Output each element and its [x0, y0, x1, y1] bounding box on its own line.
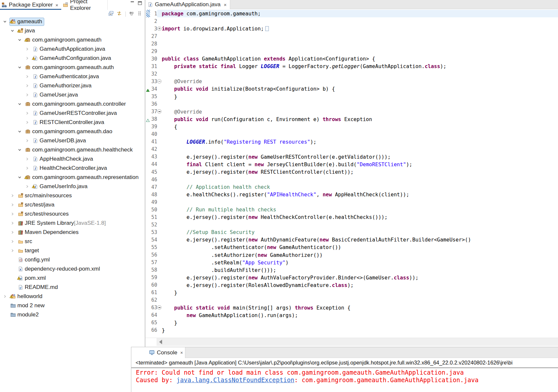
chevron-collapsed-icon[interactable] — [25, 184, 32, 189]
tab-project-explorer[interactable]: Project Explorer — [62, 0, 108, 10]
code-line-63[interactable]: 63 public static void main(String[] args… — [145, 304, 558, 312]
code-line-39[interactable]: 39 { — [145, 123, 558, 131]
code-line-31[interactable]: 31 private static final Logger LOGGER = … — [145, 62, 558, 70]
tree-item-maven-dependencies[interactable]: Maven Dependencies — [0, 228, 145, 237]
code-editor[interactable]: 1package com.gamingroom.gameauth;23impor… — [145, 9, 558, 338]
tab-package-explorer[interactable]: Package Explorer × — [0, 0, 61, 10]
maximize-icon[interactable] — [138, 1, 142, 7]
horizontal-scrollbar[interactable] — [145, 338, 558, 346]
chevron-collapsed-icon[interactable] — [25, 138, 32, 143]
chevron-expanded-icon[interactable] — [17, 38, 25, 42]
code-line-33[interactable]: 33 @Override — [145, 78, 558, 85]
code-line-50[interactable]: 50 // Run multiple health checks — [145, 206, 558, 213]
code-line-28[interactable]: 28 — [145, 40, 558, 47]
tree-item-healthcheckcontroller-java[interactable]: JHealthCheckController.java — [0, 164, 145, 173]
chevron-collapsed-icon[interactable] — [25, 83, 32, 88]
tree-item-helloworld[interactable]: JMhelloworld — [0, 292, 145, 301]
chevron-collapsed-icon[interactable] — [25, 56, 32, 61]
close-icon[interactable]: × — [55, 2, 58, 8]
tree-item-pom-xml[interactable]: Mpom.xml — [0, 274, 145, 283]
tree-item-com-gamingroom-gameauth-dao[interactable]: com.gamingroom.gameauth.dao — [0, 127, 145, 136]
tree-item-gameauthenticator-java[interactable]: JGameAuthenticator.java — [0, 72, 145, 81]
chevron-collapsed-icon[interactable] — [10, 203, 17, 207]
chevron-collapsed-icon[interactable] — [3, 294, 10, 299]
tree-item-com-gamingroom-gameauth-healthcheck[interactable]: com.gamingroom.gameauth.healthcheck — [0, 145, 145, 154]
tree-item-gameuser-java[interactable]: JGameUser.java — [0, 90, 145, 99]
tab-gameauthapplication[interactable]: J GameAuthApplication.java × — [145, 0, 230, 9]
tree-item-gameuserinfo-java[interactable]: JGameUserInfo.java — [0, 182, 145, 191]
chevron-collapsed-icon[interactable] — [25, 157, 32, 161]
chevron-collapsed-icon[interactable] — [10, 230, 17, 235]
tree-item-com-gamingroom-gameauth-auth[interactable]: com.gamingroom.gameauth.auth — [0, 63, 145, 72]
code-line-29[interactable]: 29 — [145, 47, 558, 55]
code-line-49[interactable]: 49 — [145, 198, 558, 206]
link-with-editor-icon[interactable] — [116, 11, 122, 17]
chevron-expanded-icon[interactable] — [10, 28, 17, 33]
code-line-51[interactable]: 51 e.jersey().register(new HealthCheckCo… — [145, 213, 558, 221]
code-line-65[interactable]: 65 } — [145, 319, 558, 327]
code-line-34[interactable]: 34 public void initialize(Bootstrap<Conf… — [145, 85, 558, 93]
tree-item-dependency-reduced-pom-xml[interactable]: Xdependency-reduced-pom.xml — [0, 264, 145, 274]
chevron-collapsed-icon[interactable] — [10, 221, 17, 225]
focus-icon[interactable] — [129, 11, 134, 17]
chevron-collapsed-icon[interactable] — [10, 212, 17, 216]
tree-item-apphealthcheck-java[interactable]: JAppHealthCheck.java — [0, 154, 145, 164]
tree-item-jre-system-library[interactable]: JRE System Library [JavaSE-1.8] — [0, 219, 145, 228]
chevron-expanded-icon[interactable] — [17, 148, 25, 152]
chevron-collapsed-icon[interactable] — [25, 93, 32, 97]
code-line-58[interactable]: 58 .buildAuthFilter())); — [145, 266, 558, 274]
tree-item-target[interactable]: target — [0, 246, 145, 255]
code-line-40[interactable]: 40 — [145, 131, 558, 138]
tree-item-gameuserdb-java[interactable]: JGameUserDB.java — [0, 136, 145, 145]
chevron-collapsed-icon[interactable] — [25, 166, 32, 170]
chevron-collapsed-icon[interactable] — [25, 111, 32, 116]
code-line-48[interactable]: 48 e.healthChecks().register("APIHealthC… — [145, 191, 558, 198]
chevron-expanded-icon[interactable] — [3, 19, 10, 24]
code-line-45[interactable]: 45 e.jersey().register(new RESTClientCon… — [145, 168, 558, 176]
tree-item-readme-md[interactable]: README.md — [0, 283, 145, 292]
tab-console[interactable]: Console × — [131, 347, 185, 358]
chevron-expanded-icon[interactable] — [17, 102, 25, 106]
chevron-expanded-icon[interactable] — [17, 175, 25, 180]
chevron-collapsed-icon[interactable] — [25, 74, 32, 79]
code-line-3[interactable]: 3import io.dropwizard.Application; — [145, 25, 558, 32]
code-line-55[interactable]: 55 .setAuthenticator(new GameAuthenticat… — [145, 243, 558, 251]
tree-item-gameauth[interactable]: JMgameauth — [0, 17, 145, 26]
tree-item-config-yml[interactable]: {}config.yml — [0, 255, 145, 264]
tree-item-src-test-resources[interactable]: src/test/resources — [0, 209, 145, 219]
code-line-66[interactable]: 66} — [145, 327, 558, 334]
code-line-32[interactable]: 32 — [145, 70, 558, 78]
code-line-37[interactable]: 37 @Override — [145, 108, 558, 116]
close-icon[interactable]: × — [224, 2, 227, 8]
code-line-41[interactable]: 41 LOGGER.info("Registering REST resourc… — [145, 138, 558, 146]
collapse-all-icon[interactable] — [108, 11, 114, 17]
code-line-60[interactable]: 60 e.jersey().register(RolesAllowedDynam… — [145, 281, 558, 289]
code-line-47[interactable]: 47 // Application health check — [145, 183, 558, 191]
tree-item-gameauthconfiguration-java[interactable]: JGameAuthConfiguration.java — [0, 54, 145, 63]
tree-item-java[interactable]: java — [0, 26, 145, 35]
tree-item-com-gamingroom-gameauth-controller[interactable]: com.gamingroom.gameauth.controller — [0, 99, 145, 109]
code-line-30[interactable]: 30public class GameAuthApplication exten… — [145, 55, 558, 62]
code-line-38[interactable]: 38 public void run(Configuration c, Envi… — [145, 116, 558, 123]
chevron-collapsed-icon[interactable] — [10, 248, 17, 253]
chevron-collapsed-icon[interactable] — [25, 120, 32, 125]
code-line-1[interactable]: 1package com.gamingroom.gameauth; — [145, 10, 558, 17]
code-line-54[interactable]: 54 e.jersey().register(new AuthDynamicFe… — [145, 236, 558, 243]
code-line-62[interactable]: 62 — [145, 296, 558, 304]
code-line-46[interactable]: 46 — [145, 176, 558, 183]
tree-item-mod-2-new[interactable]: mod 2 new — [0, 301, 145, 310]
tree-item-module2[interactable]: module2 — [0, 310, 145, 319]
code-line-36[interactable]: 36 — [145, 100, 558, 108]
code-line-2[interactable]: 2 — [145, 17, 558, 25]
tree-item-src[interactable]: src — [0, 237, 145, 246]
chevron-expanded-icon[interactable] — [17, 65, 25, 70]
tree-item-com-gamingroom-gameauth-representation[interactable]: com.gamingroom.gameauth.representation — [0, 173, 145, 182]
tree-item-gameauthapplication-java[interactable]: JGameAuthApplication.java — [0, 45, 145, 54]
code-line-53[interactable]: 53 //Setup Basic Security — [145, 228, 558, 236]
code-line-44[interactable]: 44 final Client client = new JerseyClien… — [145, 161, 558, 168]
tree-item-gameauthorizer-java[interactable]: JGameAuthorizer.java — [0, 81, 145, 90]
code-line-64[interactable]: 64 new GameAuthApplication().run(args); — [145, 312, 558, 319]
fold-collapse-icon[interactable] — [157, 109, 161, 114]
code-line-61[interactable]: 61 } — [145, 289, 558, 296]
chevron-collapsed-icon[interactable] — [10, 193, 17, 198]
